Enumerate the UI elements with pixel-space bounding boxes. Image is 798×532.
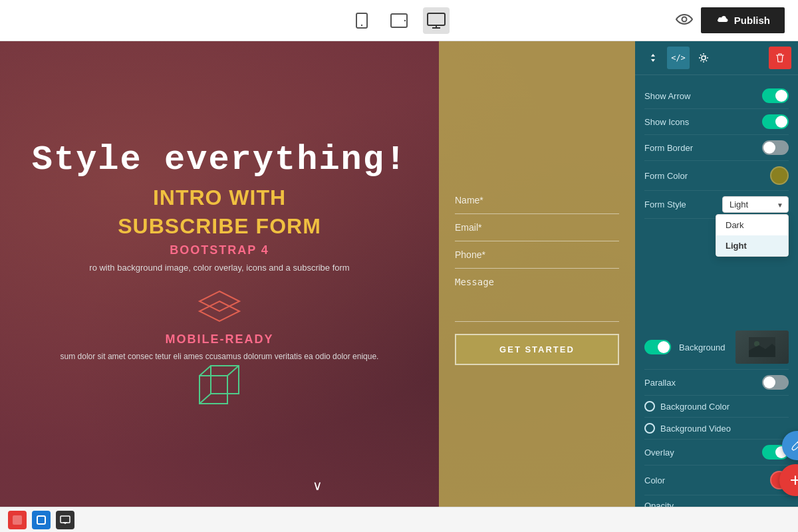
- canvas-content: Style everything! INTRO WITH SUBSCRIBE F…: [0, 41, 635, 507]
- svg-point-16: [702, 56, 706, 60]
- form-border-row: Form Border: [644, 135, 789, 161]
- message-input[interactable]: [455, 269, 619, 322]
- subscribe-form: GET STARTED: [439, 41, 635, 507]
- device-tablet-btn[interactable]: [386, 7, 412, 34]
- device-mobile-btn[interactable]: [348, 7, 375, 34]
- parallax-label: Parallax: [644, 378, 676, 388]
- bottom-red-btn[interactable]: [8, 511, 27, 529]
- color-row: Color: [644, 466, 789, 495]
- bg-color-radio[interactable]: [644, 401, 655, 412]
- settings-tool-btn[interactable]: [692, 47, 715, 69]
- device-desktop-btn[interactable]: [423, 7, 450, 34]
- parallax-toggle[interactable]: [762, 375, 789, 390]
- bg-color-row: Background Color: [644, 396, 789, 418]
- svg-rect-4: [428, 13, 445, 25]
- bottom-desktop-btn[interactable]: [56, 511, 74, 529]
- main-area: Style everything! INTRO WITH SUBSCRIBE F…: [0, 41, 798, 507]
- show-icons-row: Show Icons: [644, 109, 789, 135]
- form-style-select[interactable]: Dark Light: [722, 196, 789, 213]
- toggle-thumb: [763, 376, 775, 388]
- thumbnail-inner: [735, 331, 789, 364]
- background-left: Background: [644, 340, 725, 354]
- panel-toolbar: </>: [635, 41, 798, 75]
- dark-option-item[interactable]: Dark: [716, 215, 788, 235]
- show-icons-label: Show Icons: [644, 117, 689, 127]
- sort-tool-btn[interactable]: [642, 47, 664, 69]
- add-icon: +: [790, 471, 798, 489]
- main-title: Style everything!: [13, 140, 426, 180]
- bottombar: [0, 507, 798, 532]
- bg-video-label: Background Video: [660, 424, 731, 434]
- opacity-label: Opacity: [644, 501, 674, 507]
- toggle-thumb: [763, 142, 775, 154]
- bg-video-row: Background Video: [644, 418, 789, 440]
- bottom-blue-btn[interactable]: [32, 511, 51, 529]
- show-arrow-row: Show Arrow: [644, 83, 789, 109]
- phone-input[interactable]: [455, 241, 619, 269]
- svg-line-14: [227, 366, 239, 376]
- color-label: Color: [644, 475, 665, 485]
- left-content: Style everything! INTRO WITH SUBSCRIBE F…: [0, 41, 439, 507]
- topbar-right: Publish: [676, 7, 785, 33]
- toggle-thumb: [658, 341, 670, 353]
- form-border-label: Form Border: [644, 143, 693, 153]
- form-style-row: Form Style Dark Light ▼ Dark Light: [644, 191, 789, 219]
- bg-video-radio[interactable]: [644, 423, 655, 434]
- publish-label: Publish: [734, 15, 770, 26]
- form-style-open-list: Dark Light: [716, 214, 789, 257]
- form-border-toggle[interactable]: [762, 140, 789, 155]
- form-style-dropdown-wrap: Dark Light ▼ Dark Light: [722, 196, 789, 213]
- form-color-label: Form Color: [644, 171, 688, 181]
- intro-title-line2: SUBSCRIBE FORM: [13, 215, 426, 238]
- intro-title-line1: INTRO WITH: [13, 186, 426, 209]
- name-input[interactable]: [455, 187, 619, 214]
- background-thumbnail[interactable]: [735, 331, 789, 364]
- light-option-item[interactable]: Light: [716, 235, 788, 256]
- form-color-row: Form Color: [644, 161, 789, 191]
- publish-button[interactable]: Publish: [701, 7, 785, 33]
- svg-point-8: [682, 17, 686, 21]
- form-style-label: Form Style: [644, 200, 686, 209]
- preview-icon[interactable]: [676, 12, 693, 29]
- svg-rect-22: [61, 516, 70, 523]
- canvas: Style everything! INTRO WITH SUBSCRIBE F…: [0, 41, 635, 507]
- bg-color-label: Background Color: [660, 402, 730, 412]
- svg-point-3: [404, 19, 406, 21]
- background-label: Background: [679, 342, 725, 352]
- show-arrow-label: Show Arrow: [644, 91, 690, 101]
- show-icons-toggle[interactable]: [762, 114, 789, 129]
- scroll-indicator: ∨: [313, 477, 323, 493]
- description-text: ro with background image, color overlay,…: [13, 261, 426, 275]
- svg-rect-20: [13, 515, 22, 525]
- background-row: Background: [644, 325, 789, 370]
- topbar: Publish: [0, 0, 798, 41]
- svg-point-1: [361, 24, 362, 25]
- form-submit-button[interactable]: GET STARTED: [455, 334, 619, 365]
- submit-label: GET STARTED: [499, 344, 575, 354]
- overlay-row: Overlay: [644, 440, 789, 466]
- background-toggle[interactable]: [644, 340, 671, 354]
- svg-line-15: [200, 394, 211, 404]
- toggle-thumb: [775, 116, 787, 128]
- show-arrow-toggle[interactable]: [762, 88, 789, 103]
- svg-rect-21: [37, 516, 45, 524]
- code-icon: </>: [671, 53, 686, 63]
- publish-cloud-icon: [716, 14, 729, 27]
- delete-tool-btn[interactable]: [769, 47, 791, 69]
- bootstrap-label: BOOTSTRAP 4: [13, 243, 426, 257]
- parallax-row: Parallax: [644, 370, 789, 396]
- stack-icon: [13, 288, 426, 325]
- toggle-thumb: [775, 90, 787, 102]
- opacity-row: Opacity: [644, 495, 789, 507]
- form-color-swatch[interactable]: [770, 166, 789, 185]
- email-input[interactable]: [455, 214, 619, 241]
- svg-line-13: [200, 366, 211, 376]
- panel-body[interactable]: Show Arrow Show Icons Form Border: [635, 75, 798, 507]
- device-switcher: [348, 7, 450, 34]
- mobile-ready-label: MOBILE-READY: [13, 332, 426, 346]
- right-panel: </> Show Arrow: [635, 41, 798, 507]
- code-tool-btn[interactable]: </>: [667, 47, 690, 69]
- box-icon-wrap: [13, 362, 426, 409]
- lorem-text: sum dolor sit amet consec tetur eli ames…: [13, 350, 426, 362]
- overlay-label: Overlay: [644, 448, 674, 458]
